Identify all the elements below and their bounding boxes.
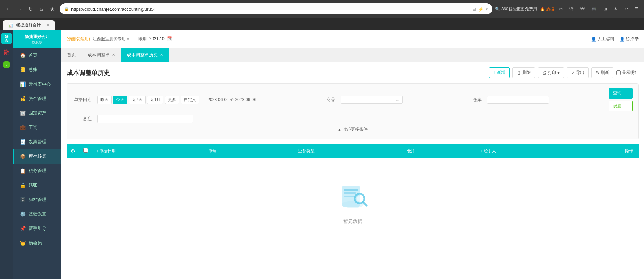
page-tab-cost-adjust-history[interactable]: 成本调整单历史✕ — [121, 48, 169, 62]
grid-tool[interactable]: ⊞ — [601, 5, 609, 13]
col-handler[interactable]: ↕ 经手人 — [476, 144, 569, 158]
nav-icon-fund: 💰 — [20, 96, 26, 101]
bookmark-button[interactable]: ★ — [47, 4, 57, 14]
icon-sidebar-weibo[interactable]: 微 — [1, 47, 12, 58]
col-checkbox[interactable] — [79, 144, 92, 158]
browser-tab[interactable]: 📊 畅捷通好会计 ✕ — [3, 20, 55, 30]
page-actions: + 新增 🗑 删除 🖨 打印 ▾ ↗ 导出 ↻ — [489, 67, 639, 78]
col-biz-type[interactable]: ↕ 业务类型 — [291, 144, 400, 158]
col-date[interactable]: ↕ 单据日期 — [92, 144, 201, 158]
print-button[interactable]: 🖨 打印 ▾ — [538, 67, 564, 78]
sidebar-item-fund[interactable]: 💰资金管理 — [13, 91, 61, 106]
col-gear[interactable]: ⚙ — [67, 144, 79, 158]
lock-icon: 🔒 — [64, 7, 69, 11]
sidebar-item-report[interactable]: 📊云报表中心 — [13, 77, 61, 91]
game-tool[interactable]: 🎮 — [589, 5, 599, 13]
sidebar-item-asset[interactable]: 🏢固定资产 — [13, 106, 61, 120]
nav-icon-inventory: 📦 — [20, 154, 26, 159]
sidebar-item-settings[interactable]: ⚙️基础设置 — [13, 207, 61, 221]
show-detail-checkbox[interactable] — [616, 70, 621, 75]
sidebar-item-invoice[interactable]: 🧾发票管理 — [13, 135, 61, 149]
date-btn-近7天[interactable]: 近7天 — [129, 96, 146, 104]
svg-point-6 — [357, 196, 363, 202]
nav-icon-report: 📊 — [20, 81, 26, 87]
col-warehouse[interactable]: ↕ 仓库 — [399, 144, 476, 158]
user-info[interactable]: 👤 徐泽华 — [620, 36, 639, 42]
refresh-button[interactable]: ↻ 刷新 — [591, 67, 613, 78]
page-tab-home[interactable]: 首页 — [61, 48, 82, 62]
date-btn-自定义[interactable]: 自定义 — [181, 96, 199, 104]
new-button[interactable]: + 新增 — [489, 67, 510, 78]
col-bill-no-label: ↕ 单号... — [205, 148, 220, 153]
page-tab-cost-adjust[interactable]: 成本调整单✕ — [82, 48, 121, 62]
calendar-icon[interactable]: 📅 — [167, 36, 172, 41]
filter-row-date: 单据日期 昨天今天近7天近1月更多自定义 2023-06-06 至 2023-0… — [72, 88, 633, 111]
col-biz-type-label: ↕ 业务类型 — [295, 148, 315, 153]
warehouse-dropdown[interactable]: ... — [487, 96, 549, 104]
export-label: 导出 — [576, 70, 584, 76]
dropdown-icon[interactable]: ▾ — [486, 7, 488, 12]
support-icon: 👤 — [591, 37, 596, 42]
grid-icon: ⊞ — [472, 7, 476, 12]
table-container: ⚙ ↕ 单据日期 ↕ 单号... — [67, 144, 639, 158]
tab-close-cost-adjust-history[interactable]: ✕ — [160, 53, 163, 57]
reload-button[interactable]: ↻ — [25, 4, 35, 14]
col-bill-no[interactable]: ↕ 单号... — [201, 144, 291, 158]
sidebar-item-close[interactable]: 🔒结账 — [13, 178, 61, 192]
warehouse-more-icon: ... — [542, 97, 546, 102]
date-btn-更多[interactable]: 更多 — [165, 96, 179, 104]
select-all-checkbox[interactable] — [83, 148, 88, 153]
delete-button[interactable]: 🗑 删除 — [512, 67, 535, 78]
header-actions: 👤 人工咨询 👤 徐泽华 — [591, 36, 639, 42]
forward-button[interactable]: → — [14, 4, 24, 14]
back-button[interactable]: ← — [3, 4, 13, 14]
address-bar[interactable]: 🔒 https://cloud.chanjet.com/accounting/u… — [60, 3, 492, 14]
sidebar-item-inventory[interactable]: 📦库存核算 — [13, 149, 61, 164]
date-range-text: 2023-06-06 至 2023-06-06 — [207, 97, 256, 103]
sidebar-item-home[interactable]: 🏠首页 — [13, 48, 61, 63]
undo-tool[interactable]: ↩ — [622, 5, 630, 13]
date-btn-昨天[interactable]: 昨天 — [97, 96, 112, 104]
translate-tool[interactable]: 译 — [567, 5, 576, 13]
sidebar-item-archive[interactable]: 🗄️归档管理 — [13, 192, 61, 207]
nav-label-settings: 基础设置 — [29, 211, 46, 217]
tab-title: 畅捷通好会计 — [16, 22, 41, 28]
gear-icon[interactable]: ⚙ — [71, 148, 75, 154]
company-name-text: 江西服宝测试专用 — [93, 36, 126, 42]
date-btn-今天[interactable]: 今天 — [113, 96, 127, 104]
support-button[interactable]: 👤 人工咨询 — [591, 36, 614, 42]
query-button[interactable]: 查询 — [609, 88, 633, 99]
scissors-tool[interactable]: ✂ — [557, 5, 565, 13]
home-button[interactable]: ⌂ — [36, 4, 46, 14]
app-container: 好会 微 ✓ 畅捷通好会计 旗舰版 🏠首页📒总账📊云报表中心💰资金管理🏢固定资产… — [0, 30, 644, 279]
nav-icon-ledger: 📒 — [20, 67, 26, 72]
export-button[interactable]: ↗ 导出 — [567, 67, 589, 78]
tab-close-icon[interactable]: ✕ — [46, 23, 49, 27]
nav-label-invoice: 发票管理 — [29, 139, 46, 145]
sidebar-item-salary[interactable]: 💼工资 — [13, 120, 61, 135]
sidebar-item-guide[interactable]: 📌新手引导 — [13, 221, 61, 236]
filter-area: 单据日期 昨天今天近7天近1月更多自定义 2023-06-06 至 2023-0… — [67, 83, 639, 140]
goods-dropdown[interactable]: ... — [341, 96, 403, 104]
remark-input[interactable] — [97, 115, 193, 123]
brightness-tool[interactable]: ☀ — [612, 5, 620, 13]
app-header: (勿删勿禁用) 江西服宝测试专用 ▾ | 账期 2021-10 📅 👤 人工咨询… — [61, 30, 644, 48]
nav-icon-asset: 🏢 — [20, 110, 26, 116]
collapse-button[interactable]: ▲ 收起更多条件 — [72, 126, 633, 132]
settings-button[interactable]: 设置 — [609, 101, 633, 111]
icon-sidebar-logo: 好会 — [1, 33, 12, 44]
sidebar-nav: 🏠首页📒总账📊云报表中心💰资金管理🏢固定资产💼工资🧾发票管理📦库存核算📋税务管理… — [13, 48, 61, 279]
company-selector[interactable]: (勿删勿禁用) 江西服宝测试专用 ▾ — [67, 36, 129, 42]
sidebar-item-ledger[interactable]: 📒总账 — [13, 63, 61, 77]
main-sidebar: 畅捷通好会计 旗舰版 🏠首页📒总账📊云报表中心💰资金管理🏢固定资产💼工资🧾发票管… — [13, 30, 61, 279]
sidebar-item-member[interactable]: 👑畅会员 — [13, 236, 61, 250]
date-btn-近1月[interactable]: 近1月 — [147, 96, 164, 104]
sidebar-logo: 畅捷通好会计 旗舰版 — [13, 30, 61, 48]
menu-tool[interactable]: ☰ — [633, 5, 641, 13]
icon-sidebar-check[interactable]: ✓ — [1, 59, 12, 70]
svg-rect-4 — [344, 196, 354, 197]
wallet-tool[interactable]: ₩ — [578, 5, 587, 13]
content-area: 成本调整单历史 + 新增 🗑 删除 🖨 打印 ▾ ↗ 导出 — [61, 62, 644, 279]
tab-close-cost-adjust[interactable]: ✕ — [112, 53, 115, 57]
sidebar-item-tax[interactable]: 📋税务管理 — [13, 164, 61, 178]
